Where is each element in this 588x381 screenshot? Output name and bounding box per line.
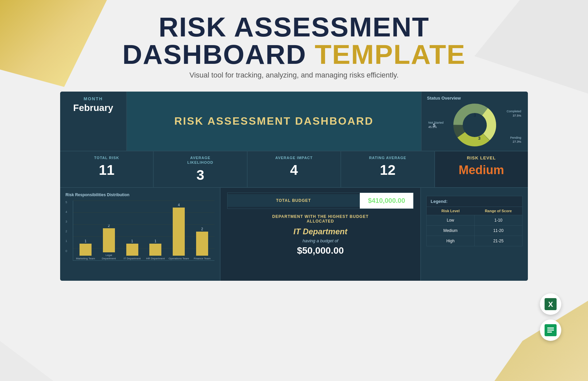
legend-cell-low-level: Low	[427, 215, 475, 225]
status-overview-box: Status Overview	[421, 92, 528, 151]
legend-cell-medium-range: 11-20	[475, 226, 523, 236]
svg-rect-5	[547, 332, 552, 333]
legend-cell-high-level: High	[427, 236, 475, 246]
dashboard-header: MONTH February RISK ASSESSMENT DASHBOARD…	[60, 92, 528, 151]
budget-row: TOTAL BUDGET $410,000.00	[227, 193, 414, 209]
stat-value-total-risk: 11	[65, 162, 148, 178]
chart-section: Risk Responsibilities Distribution 5 4 3…	[60, 188, 220, 281]
donut-pending-label: Pending 27.3%	[510, 136, 521, 144]
stat-label-avg-impact: AVERAGE IMPACT	[253, 155, 335, 160]
y-axis: 5 4 3 2 1 0	[65, 201, 67, 253]
stat-rating-avg: RATING AVERAGE 12	[341, 151, 435, 187]
dept-budget: $50,000.00	[227, 245, 414, 256]
month-box: MONTH February	[60, 92, 127, 151]
stat-total-risk: TOTAL RISK 11	[60, 151, 154, 187]
dashboard-title-box: RISK ASSESSMENT DASHBOARD	[127, 92, 421, 151]
dept-having: having a budget of	[227, 238, 414, 243]
donut-num-completed: 3	[473, 113, 476, 118]
sheets-icon	[545, 324, 557, 336]
stat-value-rating-avg: 12	[346, 162, 429, 178]
stat-label-avg-likelihood: AVERAGELIKELIHOOD	[159, 155, 241, 165]
legend-title: Legend:	[427, 196, 522, 207]
stat-label-rating-avg: RATING AVERAGE	[346, 155, 429, 160]
app-badges: X	[540, 293, 561, 341]
donut-num-pending: 3	[478, 136, 480, 141]
stat-label-risk-level: RISK LEVEL	[440, 155, 523, 161]
stat-value-avg-impact: 4	[253, 162, 335, 178]
donut-num-notstarted: 5	[433, 123, 435, 128]
budget-value: $410,000.00	[360, 193, 413, 209]
bar-marketing-bar	[80, 244, 92, 256]
excel-badge[interactable]: X	[540, 293, 561, 315]
title-section: RISK ASSESSMENT DASHBOARD TEMPLATE Visua…	[122, 13, 466, 80]
legend-col-range: Range of Score	[474, 207, 522, 215]
bar-it-bar	[126, 244, 138, 256]
main-title: RISK ASSESSMENT DASHBOARD TEMPLATE	[122, 13, 466, 68]
legend-col-risk-level: Risk Level	[427, 207, 474, 215]
bar-finance-bar	[196, 232, 208, 256]
legend-cell-low-range: 1-10	[475, 215, 523, 225]
dept-section-label: DEPARTMENT WITH THE HIGHEST BUDGETALLOCA…	[227, 214, 414, 224]
legend-cell-high-range: 21-25	[475, 236, 523, 246]
donut-svg	[448, 98, 501, 152]
donut-completed-label: Completed 37.5%	[506, 109, 521, 118]
svg-rect-4	[547, 330, 554, 331]
bottom-row: Risk Responsibilities Distribution 5 4 3…	[60, 187, 528, 281]
donut-notstarted-label: Not Started 45.5%	[428, 121, 444, 129]
right-panel: Legend: Risk Level Range of Score Low 1-…	[421, 188, 528, 281]
bg-decoration-bottom-left	[0, 314, 53, 381]
legend-header-row: Risk Level Range of Score	[427, 207, 522, 215]
bar-chart-wrapper: 5 4 3 2 1 0	[65, 201, 214, 261]
budget-section: TOTAL BUDGET $410,000.00 DEPARTMENT WITH…	[220, 188, 421, 281]
legend-box: Legend: Risk Level Range of Score Low 1-…	[426, 196, 523, 246]
budget-label: TOTAL BUDGET	[228, 194, 360, 207]
legend-cell-medium-level: Medium	[427, 226, 475, 236]
legend-row-medium: Medium 11-20	[427, 226, 522, 236]
donut-inner	[465, 116, 484, 134]
bar-chart-inner: 1 Marketing Team 2 Legal Department	[73, 201, 214, 261]
legend-row-high: High 21-25	[427, 236, 522, 246]
excel-icon: X	[545, 298, 557, 310]
stat-avg-impact: AVERAGE IMPACT 4	[248, 151, 341, 187]
title-line2-gold: TEMPLATE	[315, 39, 466, 70]
svg-text:X: X	[548, 300, 553, 308]
stat-avg-likelihood: AVERAGELIKELIHOOD 3	[154, 151, 247, 187]
title-line2-dark: DASHBOARD	[122, 39, 306, 70]
chart-title: Risk Responsibilities Distribution	[65, 193, 214, 197]
bar-operations-bar	[173, 208, 185, 256]
dashboard: MONTH February RISK ASSESSMENT DASHBOARD…	[60, 92, 528, 281]
stats-row: TOTAL RISK 11 AVERAGELIKELIHOOD 3 AVERAG…	[60, 151, 528, 187]
sheets-badge[interactable]	[540, 320, 561, 341]
title-line1: RISK ASSESSMENT	[159, 12, 430, 42]
svg-rect-3	[547, 328, 554, 329]
dept-section: DEPARTMENT WITH THE HIGHEST BUDGETALLOCA…	[227, 214, 414, 256]
donut-chart-container: Completed 37.5% Pending 27.3% Not Starte…	[427, 103, 523, 147]
month-label: MONTH	[67, 96, 120, 101]
month-value: February	[67, 103, 120, 113]
stat-risk-level: RISK LEVEL Medium	[435, 151, 528, 187]
stat-label-total-risk: TOTAL RISK	[65, 155, 148, 160]
legend-row-low: Low 1-10	[427, 215, 522, 226]
grid-lines	[73, 201, 214, 260]
stat-value-risk-level: Medium	[440, 163, 523, 177]
page-content: RISK ASSESSMENT DASHBOARD TEMPLATE Visua…	[0, 0, 588, 287]
dept-name: IT Department	[227, 227, 414, 236]
bar-hr-bar	[149, 244, 161, 256]
subtitle: Visual tool for tracking, analyzing, and…	[122, 71, 466, 80]
dashboard-title-text: RISK ASSESSMENT DASHBOARD	[174, 115, 374, 127]
stat-value-avg-likelihood: 3	[159, 167, 241, 183]
bar-legal-bar	[103, 228, 115, 252]
